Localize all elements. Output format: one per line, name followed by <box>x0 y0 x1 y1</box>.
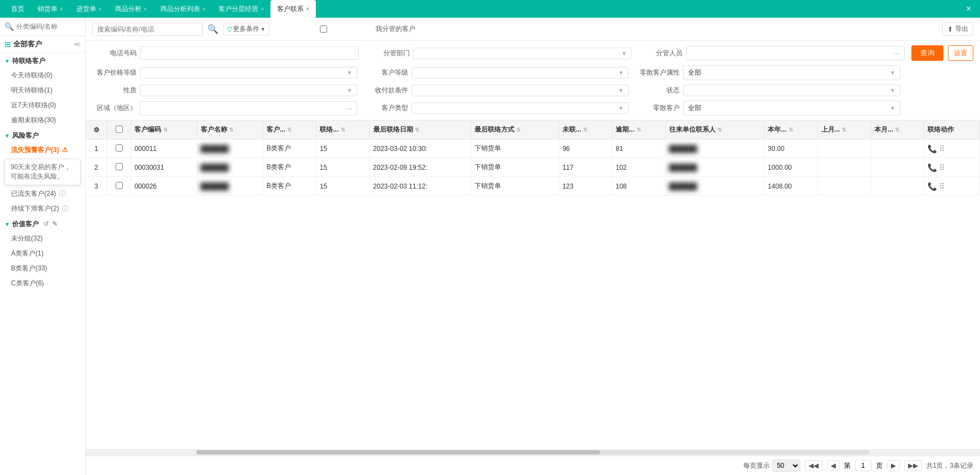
sidebar-item-7days[interactable]: 近7天待联络(0) <box>0 98 85 113</box>
code-sort-icon[interactable]: ⇅ <box>163 127 168 133</box>
sidebar-collapse-icon[interactable]: ≪ <box>74 40 81 48</box>
phone-input[interactable] <box>140 46 359 60</box>
sidebar-item-churned[interactable]: 已流失客户(24) ⓘ <box>0 186 85 201</box>
sidebar-search-input[interactable] <box>16 23 86 30</box>
info-icon: ⓘ <box>59 190 66 197</box>
last-method-link[interactable]: 下销货单 <box>475 163 501 171</box>
per-page-label: 每页显示 <box>743 461 770 471</box>
prev-page-button[interactable]: ◀ <box>827 460 840 471</box>
refresh-icon[interactable]: ↺ <box>43 220 49 228</box>
contact-person-sort-icon[interactable]: ⇅ <box>717 127 722 133</box>
payment-select[interactable]: ▼ <box>411 85 629 96</box>
retail-attr-select[interactable]: 全部▼ <box>683 65 900 80</box>
row-type: B类客户 <box>263 158 316 177</box>
col-settings[interactable]: ⚙ <box>86 121 107 139</box>
more-conditions-button[interactable]: ▽ 更多条件 ▼ <box>223 23 269 35</box>
sidebar-item-class-c[interactable]: C类客户(6) <box>0 276 85 291</box>
close-customer-tier-tab[interactable]: × <box>260 6 264 12</box>
horizontal-scrollbar[interactable] <box>86 449 980 456</box>
setting-button[interactable]: 设置 <box>948 45 973 61</box>
manager-select[interactable]: ··· <box>686 46 905 60</box>
last-method-link[interactable]: 下销货单 <box>475 182 501 190</box>
select-all-checkbox[interactable] <box>116 126 123 133</box>
this-month-sort-icon[interactable]: ⇅ <box>895 127 899 133</box>
price-tier-label: 客户价格等级 <box>92 68 137 77</box>
price-tier-select[interactable]: ▼ <box>140 67 357 79</box>
first-page-button[interactable]: ◀◀ <box>805 460 822 471</box>
overdue-sort-icon[interactable]: ⇅ <box>637 127 641 133</box>
retail-customer-select[interactable]: 全部▼ <box>683 101 900 116</box>
table-area: ⚙ 客户编码 ⇅ 客户名称 ⇅ 客户... ⇅ 联络... ⇅ 最后联络日期 ⇅… <box>86 121 980 449</box>
search-input[interactable] <box>92 23 203 36</box>
close-purchase-tab[interactable]: × <box>98 6 102 12</box>
last-method-link[interactable]: 下销货单 <box>475 144 501 152</box>
search-button[interactable]: 🔍 <box>207 24 218 34</box>
pending-arrow-icon: ▼ <box>4 58 10 64</box>
tab-goods-analysis[interactable]: 商品分析 × <box>108 0 154 18</box>
query-button[interactable]: 查询 <box>911 45 943 61</box>
manager-dots-icon: ··· <box>893 49 900 58</box>
type-sort-icon[interactable]: ⇅ <box>287 127 291 133</box>
sidebar-group-pending[interactable]: ▼ 待联络客户 <box>0 53 85 68</box>
per-page-select[interactable]: 50 100 200 <box>772 460 800 472</box>
customer-level-select[interactable]: ▼ <box>411 67 629 79</box>
row-contact: 15 <box>316 158 369 177</box>
tab-customer-tier[interactable]: 客户分层经营 × <box>212 0 270 18</box>
export-button[interactable]: ⬆ 导出 <box>942 22 973 36</box>
tab-goods-list[interactable]: 商品分析列表 × <box>154 0 212 18</box>
sidebar-item-today[interactable]: 今天待联络(0) <box>0 68 85 83</box>
name-sort-icon[interactable]: ⇅ <box>229 127 233 133</box>
status-select[interactable]: ▼ <box>683 85 900 96</box>
last-date-sort-icon[interactable]: ⇅ <box>415 127 419 133</box>
per-page-control: 每页显示 50 100 200 <box>743 460 800 472</box>
row-checkbox[interactable] <box>107 177 131 196</box>
this-year-sort-icon[interactable]: ⇅ <box>789 127 793 133</box>
sidebar-group-risk[interactable]: ▼ 风险客户 <box>0 128 85 143</box>
tab-customer-contact[interactable]: 客户联系 × <box>270 0 316 18</box>
sidebar-item-class-a[interactable]: A类客户(1) <box>0 246 85 261</box>
sidebar-group-value[interactable]: ▼ 价值客户 ↺ ✎ <box>0 216 85 231</box>
last-month-sort-icon[interactable]: ⇅ <box>842 127 846 133</box>
close-goods-analysis-tab[interactable]: × <box>144 6 147 12</box>
edit-icon[interactable]: ✎ <box>52 220 58 228</box>
my-customer-checkbox[interactable] <box>274 25 373 33</box>
contact-action-icon[interactable]: 📞 <box>927 163 937 172</box>
close-goods-list-tab[interactable]: × <box>202 6 206 12</box>
contact-action-icon[interactable]: 📞 <box>927 144 937 153</box>
sidebar-item-tomorrow[interactable]: 明天待联络(1) <box>0 83 85 98</box>
my-customer-checkbox-label[interactable]: 我分管的客户 <box>274 24 415 34</box>
last-method-sort-icon[interactable]: ⇅ <box>516 127 520 133</box>
more-action-icon[interactable]: ⠿ <box>939 182 945 191</box>
sidebar-item-ungrouped[interactable]: 未分组(32) <box>0 231 85 246</box>
row-uncontacted: 117 <box>559 158 612 177</box>
sidebar-item-declining[interactable]: 持续下滑客户(2) ⓘ <box>0 201 85 216</box>
sidebar-root[interactable]: ⊞ 全部客户 ≪ <box>0 36 85 53</box>
last-page-button[interactable]: ▶▶ <box>904 460 922 471</box>
contact-action-icon[interactable]: 📞 <box>927 182 937 191</box>
row-overdue: 102 <box>612 158 665 177</box>
window-close-button[interactable]: × <box>962 4 976 14</box>
sidebar-item-overdue[interactable]: 逾期未联络(30) <box>0 113 85 128</box>
row-checkbox[interactable] <box>107 139 131 158</box>
tab-home[interactable]: 首页 <box>4 0 31 18</box>
tab-sales[interactable]: 销货单 × <box>31 0 70 18</box>
dept-select[interactable]: ▼ <box>413 48 632 59</box>
next-page-button[interactable]: ▶ <box>887 460 900 471</box>
close-customer-contact-tab[interactable]: × <box>306 6 309 12</box>
sidebar-item-churn-warning[interactable]: 流失预警客户(3) ⚠ <box>0 143 85 158</box>
more-action-icon[interactable]: ⠿ <box>939 144 945 153</box>
row-last-date: 2023-03-02 10:30: <box>369 139 471 158</box>
contact-sort-icon[interactable]: ⇅ <box>341 127 345 133</box>
sidebar-item-class-b[interactable]: B类客户(33) <box>0 261 85 276</box>
uncontacted-sort-icon[interactable]: ⇅ <box>583 127 587 133</box>
nature-select[interactable]: ▼ <box>140 85 357 96</box>
scrollbar-thumb[interactable] <box>196 450 600 455</box>
region-select[interactable]: ··· <box>140 101 357 116</box>
row-checkbox[interactable] <box>107 158 131 177</box>
scrollbar-track[interactable] <box>196 450 869 455</box>
close-sales-tab[interactable]: × <box>60 6 63 12</box>
customer-type-select[interactable]: ▼ <box>411 102 629 114</box>
more-action-icon[interactable]: ⠿ <box>939 163 945 172</box>
col-checkbox[interactable] <box>107 121 131 139</box>
tab-purchase[interactable]: 进货单 × <box>70 0 108 18</box>
